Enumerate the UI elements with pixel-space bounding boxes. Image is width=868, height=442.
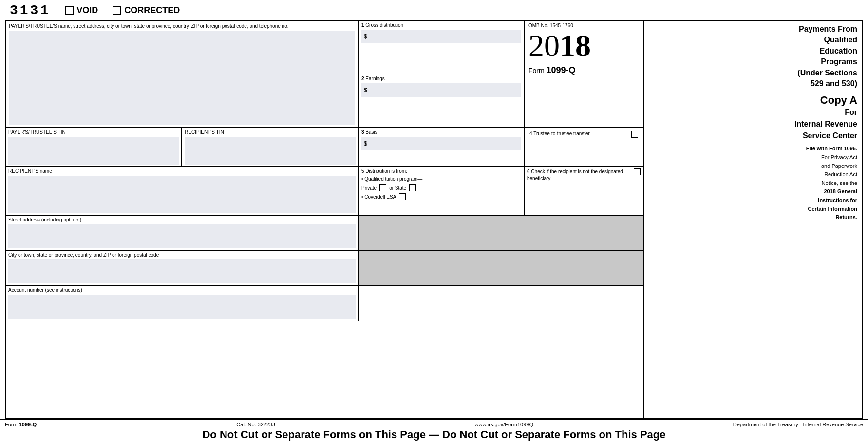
- or-state-label: or State: [389, 185, 406, 191]
- box6-checkbox[interactable]: [634, 168, 641, 175]
- box3-basis: 3 Basis $: [359, 128, 525, 166]
- footer-department: Department of the Treasury - Internal Re…: [733, 422, 863, 427]
- shaded-box-2: [359, 251, 643, 285]
- boxes-1-2: 1 Gross distribution $ 2 Earnings $: [359, 21, 525, 127]
- box5-item1: • Qualified tuition program—: [361, 176, 521, 183]
- copy-a-block: Copy A For Internal Revenue Service Cent…: [649, 94, 857, 221]
- account-number-label: Account number (see instructions): [8, 287, 356, 293]
- payer-info-label: PAYER'S/TRUSTEE'S name, street address, …: [9, 23, 355, 29]
- private-state-row: Private or State: [361, 184, 521, 191]
- account-number-field: Account number (see instructions): [6, 286, 359, 321]
- city-field: City or town, state or province, country…: [6, 251, 359, 285]
- void-checkbox[interactable]: [65, 6, 74, 15]
- omb-section: OMB No. 1545-1760 2018 Form 1099-Q: [525, 21, 643, 127]
- box6-content: 6 Check if the recipient is not the desi…: [527, 168, 641, 182]
- row-payer-info: PAYER'S/TRUSTEE'S name, street address, …: [6, 21, 643, 128]
- street-address-label: Street address (including apt. no.): [8, 217, 356, 222]
- payer-info-input[interactable]: [9, 31, 355, 125]
- coverdell-checkbox[interactable]: [399, 193, 406, 200]
- payments-title: Payments From Qualified Education Progra…: [649, 24, 857, 89]
- street-address-input[interactable]: [8, 224, 356, 248]
- void-corrected-area: VOID CORRECTED: [65, 5, 180, 16]
- void-label: VOID: [76, 5, 98, 16]
- corrected-checkbox[interactable]: [113, 6, 121, 15]
- city-label: City or town, state or province, country…: [8, 252, 356, 258]
- void-checkbox-label[interactable]: VOID: [65, 5, 98, 16]
- row-recipient: RECIPIENT'S name 5 Distribution is from:…: [6, 167, 643, 216]
- recipient-tin-input[interactable]: [185, 137, 356, 165]
- box2-label: 2 Earnings: [361, 76, 521, 81]
- box2-input[interactable]: $: [361, 83, 521, 97]
- form-header: 3131 VOID CORRECTED: [0, 0, 868, 20]
- box6-check-recipient: 6 Check if the recipient is not the desi…: [525, 167, 643, 215]
- footer-bottom-text: Do Not Cut or Separate Forms on This Pag…: [5, 428, 863, 441]
- coverdell-label: • Coverdell ESA: [361, 194, 396, 200]
- footer-top: Form 1099-Q Cat. No. 32223J www.irs.gov/…: [5, 422, 863, 427]
- box4-checkbox[interactable]: [631, 131, 638, 138]
- box3-input[interactable]: $: [361, 137, 521, 150]
- footer-website: www.irs.gov/Form1099Q: [475, 422, 533, 427]
- omb-number: OMB No. 1545-1760: [528, 23, 573, 28]
- box4-label: 4 Trustee-to-trustee transfer: [529, 131, 627, 136]
- file-with-block: File with Form 1096. For Privacy Act and…: [649, 145, 857, 221]
- box2-earnings: 2 Earnings $: [359, 74, 524, 127]
- shaded-box-1: [359, 216, 643, 250]
- box4-content: 4 Trustee-to-trustee transfer: [527, 129, 641, 139]
- form-number: 3131: [10, 3, 50, 18]
- private-checkbox[interactable]: [379, 184, 386, 191]
- account-number-input[interactable]: [8, 295, 356, 319]
- for-irs-block: For Internal Revenue Service Center: [649, 107, 857, 142]
- box1-input[interactable]: $: [361, 30, 521, 43]
- box3-label: 3 Basis: [361, 129, 521, 135]
- payer-info-field: PAYER'S/TRUSTEE'S name, street address, …: [6, 21, 359, 127]
- row-city: City or town, state or province, country…: [6, 251, 643, 286]
- copy-a-text: Copy A: [649, 94, 857, 107]
- box4-section: 4 Trustee-to-trustee transfer: [525, 128, 643, 166]
- payer-tin-field: PAYER'S/TRUSTEE'S TIN: [6, 128, 182, 166]
- form-name: Form 1099-Q: [528, 65, 576, 75]
- private-label: Private: [361, 185, 377, 191]
- payer-tin-label: PAYER'S/TRUSTEE'S TIN: [8, 129, 179, 135]
- recipient-name-input[interactable]: [8, 176, 356, 213]
- right-panel: Payments From Qualified Education Progra…: [644, 21, 862, 418]
- main-form: PAYER'S/TRUSTEE'S name, street address, …: [5, 20, 863, 419]
- street-address-field: Street address (including apt. no.): [6, 216, 359, 250]
- recipient-name-field: RECIPIENT'S name: [6, 167, 359, 215]
- footer: Form 1099-Q Cat. No. 32223J www.irs.gov/…: [0, 419, 868, 442]
- payer-tin-input[interactable]: [8, 137, 179, 165]
- recipient-name-label: RECIPIENT'S name: [8, 168, 356, 174]
- recipient-tin-label: RECIPIENT'S TIN: [185, 129, 356, 135]
- year-display: 2018: [528, 30, 591, 61]
- row-account: Account number (see instructions): [6, 286, 643, 321]
- corrected-label: CORRECTED: [124, 5, 180, 16]
- box1-gross: 1 Gross distribution $: [359, 21, 524, 74]
- box5-distribution: 5 Distribution is from: • Qualified tuit…: [359, 167, 525, 215]
- box1-label: 1 Gross distribution: [361, 22, 521, 28]
- left-section: PAYER'S/TRUSTEE'S name, street address, …: [6, 21, 644, 418]
- corrected-checkbox-label[interactable]: CORRECTED: [113, 5, 180, 16]
- recipient-tin-field: RECIPIENT'S TIN: [182, 128, 359, 166]
- row-tin: PAYER'S/TRUSTEE'S TIN RECIPIENT'S TIN 3 …: [6, 128, 643, 167]
- row-street: Street address (including apt. no.): [6, 216, 643, 251]
- box5-label: 5 Distribution is from:: [361, 168, 521, 174]
- blank-box: [359, 286, 643, 321]
- coverdell-row: • Coverdell ESA: [361, 193, 521, 200]
- footer-cat-no: Cat. No. 32223J: [236, 422, 275, 427]
- state-checkbox[interactable]: [409, 184, 416, 191]
- footer-form-label: Form 1099-Q: [5, 422, 37, 427]
- box6-label: 6 Check if the recipient is not the desi…: [527, 168, 630, 182]
- city-input[interactable]: [8, 259, 356, 283]
